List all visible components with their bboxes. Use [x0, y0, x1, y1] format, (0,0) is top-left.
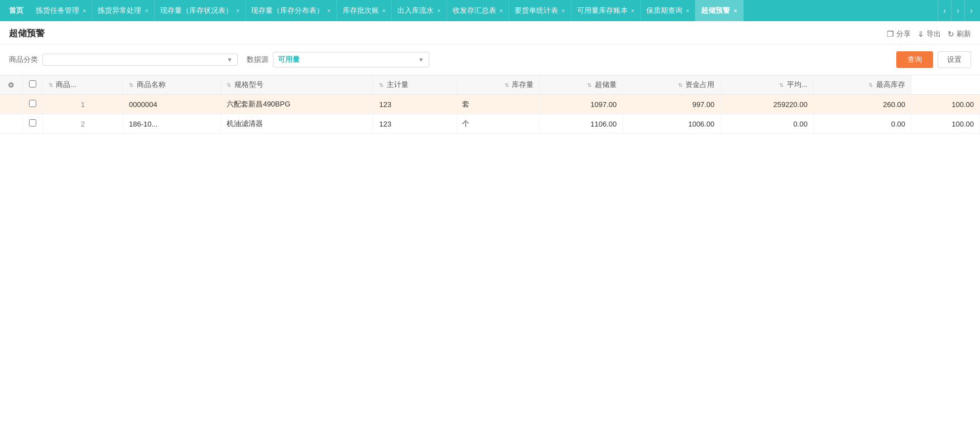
share-action[interactable]: ❐ 分享: [887, 29, 911, 39]
query-button[interactable]: 查询: [896, 51, 933, 68]
row-spec-0: 123: [373, 95, 457, 114]
nav-arrows: ‹ › ›: [938, 0, 978, 21]
row-max-stock-1: 100.00: [911, 114, 980, 134]
filter-datasource: 数据源 可用量 ▼: [247, 52, 429, 67]
nav-item-9-label: 可用量库存账本: [577, 6, 628, 16]
filter-bar: 商品分类 ▼ 数据源 可用量 ▼ 查询 设置: [0, 45, 980, 75]
category-dropdown-icon: ▼: [227, 56, 233, 63]
col-spec[interactable]: ⇅ 规格型号: [221, 75, 373, 95]
col-settings: ⚙: [0, 75, 22, 95]
row-sku-name-1: 机油滤清器: [221, 114, 373, 134]
nav-item-3-close[interactable]: ×: [236, 7, 239, 14]
nav-item-8[interactable]: 要货单统计表 ×: [509, 0, 571, 21]
nav-prev-button[interactable]: ‹: [938, 0, 951, 21]
col-sku-name-label: 商品名称: [137, 80, 166, 89]
nav-item-6-close[interactable]: ×: [437, 7, 440, 14]
row-select-1[interactable]: [29, 119, 36, 127]
nav-item-1-close[interactable]: ×: [83, 7, 86, 14]
export-action[interactable]: ⇓ 导出: [917, 29, 941, 39]
col-max-stock[interactable]: ⇅ 最高库存: [813, 75, 911, 95]
row-capital-1: 0.00: [720, 114, 814, 134]
row-settings-1: [0, 114, 22, 134]
select-all-checkbox[interactable]: [29, 80, 36, 88]
sort-icon-avg: ⇅: [779, 82, 784, 88]
nav-item-11[interactable]: 超储预警 ×: [695, 0, 743, 21]
sort-icon-stock: ⇅: [505, 82, 509, 88]
nav-item-7-close[interactable]: ×: [499, 7, 503, 14]
row-checkbox-1: [22, 114, 42, 134]
nav-item-5[interactable]: 库存批次账 ×: [337, 0, 392, 21]
col-unit[interactable]: ⇅ 主计量: [373, 75, 457, 95]
share-icon: ❐: [887, 30, 894, 38]
col-sku-name[interactable]: ⇅ 商品名称: [123, 75, 221, 95]
category-select[interactable]: ▼: [42, 54, 238, 66]
col-stock-label: 库存量: [512, 80, 534, 89]
page-content: 超储预警 ❐ 分享 ⇓ 导出 ↻ 刷新 商品分类 ▼ 数据源: [0, 21, 980, 446]
row-over-stock-1: 1006.00: [623, 114, 720, 134]
row-sku-code-1: 186-10...: [123, 114, 221, 134]
row-num-0: 1: [42, 95, 123, 114]
nav-item-11-close[interactable]: ×: [733, 7, 737, 14]
nav-item-7[interactable]: 收发存汇总表 ×: [447, 0, 509, 21]
col-over-stock[interactable]: ⇅ 超储量: [540, 75, 623, 95]
settings-button[interactable]: 设置: [938, 51, 971, 68]
row-stock-0: 1097.00: [540, 95, 623, 114]
page-actions: ❐ 分享 ⇓ 导出 ↻ 刷新: [887, 29, 971, 39]
row-capital-0: 259220.00: [720, 95, 814, 114]
datasource-select[interactable]: 可用量 ▼: [273, 52, 429, 67]
export-label: 导出: [926, 29, 941, 39]
col-avg[interactable]: ⇅ 平均...: [720, 75, 814, 95]
col-capital[interactable]: ⇅ 资金占用: [623, 75, 720, 95]
gear-icon[interactable]: ⚙: [8, 81, 15, 89]
category-label: 商品分类: [9, 55, 38, 65]
sort-icon-unit: ⇅: [379, 82, 383, 88]
nav-item-2-close[interactable]: ×: [145, 7, 148, 14]
datasource-label: 数据源: [247, 55, 268, 65]
col-sku-code[interactable]: ⇅ 商品...: [42, 75, 123, 95]
nav-item-8-close[interactable]: ×: [561, 7, 565, 14]
nav-item-1[interactable]: 拣货任务管理 ×: [30, 0, 92, 21]
datasource-value: 可用量: [278, 55, 300, 65]
row-max-stock-0: 100.00: [911, 95, 980, 114]
nav-next-button[interactable]: ›: [951, 0, 964, 21]
export-icon: ⇓: [917, 30, 924, 38]
col-unit-label: 主计量: [387, 80, 409, 89]
row-num-1: 2: [42, 114, 123, 134]
nav-item-2[interactable]: 拣货异常处理 ×: [92, 0, 154, 21]
refresh-action[interactable]: ↻ 刷新: [948, 29, 971, 39]
nav-item-6-label: 出入库流水: [397, 6, 434, 16]
col-spec-label: 规格型号: [234, 80, 263, 89]
sort-icon-sku-code: ⇅: [49, 82, 53, 88]
nav-item-4-label: 现存量（库存分布表）: [251, 6, 324, 16]
nav-item-4[interactable]: 现存量（库存分布表） ×: [246, 0, 337, 21]
col-checkbox: [22, 75, 42, 95]
row-sku-name-0: 六配套新昌490BPG: [221, 95, 373, 114]
nav-item-2-label: 拣货异常处理: [98, 6, 141, 16]
nav-item-9[interactable]: 可用量库存账本 ×: [571, 0, 641, 21]
table-row: 2 186-10... 机油滤清器 123 个 1106.00 1006.00 …: [0, 114, 980, 134]
nav-more-button[interactable]: ›: [964, 0, 978, 21]
table-row: 1 0000004 六配套新昌490BPG 123 套 1097.00 997.…: [0, 95, 980, 114]
nav-item-3[interactable]: 现存量（库存状况表） ×: [155, 0, 246, 21]
row-checkbox-0: [22, 95, 42, 114]
nav-item-6[interactable]: 出入库流水 ×: [392, 0, 446, 21]
row-select-0[interactable]: [29, 100, 36, 107]
row-unit-0: 套: [457, 95, 540, 114]
nav-item-9-close[interactable]: ×: [631, 7, 635, 14]
row-over-stock-0: 997.00: [623, 95, 720, 114]
nav-item-4-close[interactable]: ×: [327, 7, 330, 14]
col-capital-label: 资金占用: [685, 80, 714, 89]
nav-home[interactable]: 首页: [2, 0, 30, 21]
nav-item-5-close[interactable]: ×: [382, 7, 386, 14]
sort-icon-capital: ⇅: [678, 82, 683, 88]
sort-icon-max-stock: ⇅: [868, 82, 873, 88]
row-sku-code-0: 0000004: [123, 95, 221, 114]
col-stock[interactable]: ⇅ 库存量: [457, 75, 540, 95]
page-header: 超储预警 ❐ 分享 ⇓ 导出 ↻ 刷新: [0, 21, 980, 45]
nav-item-10[interactable]: 保质期查询 ×: [641, 0, 695, 21]
nav-item-11-label: 超储预警: [701, 6, 730, 16]
nav-item-7-label: 收发存汇总表: [453, 6, 496, 16]
row-unit-1: 个: [457, 114, 540, 134]
share-label: 分享: [896, 29, 911, 39]
nav-item-10-close[interactable]: ×: [686, 7, 689, 14]
